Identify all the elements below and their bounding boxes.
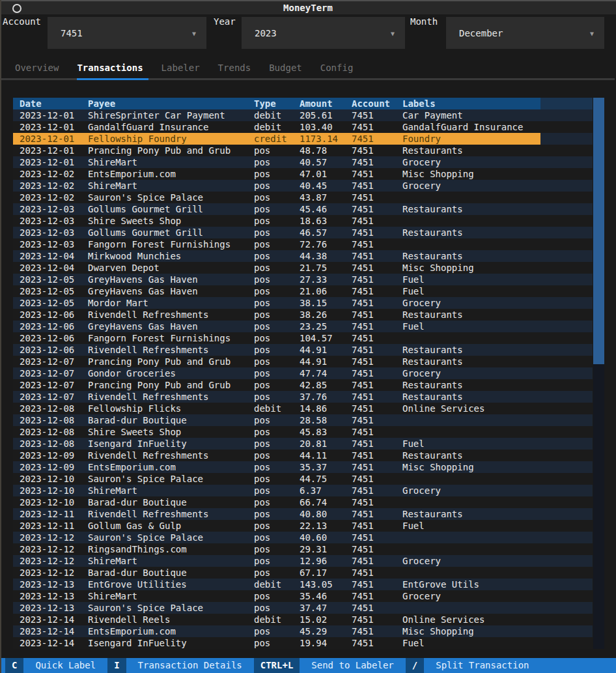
table-row[interactable]: 2023-12-07 Rivendell Refreshments pos 37… <box>13 391 593 403</box>
table-row[interactable]: 2023-12-08 Shire Sweets Shop pos 45.83 7… <box>13 426 593 438</box>
table-row[interactable]: 2023-12-03 Gollums Gourmet Grill pos 45.… <box>13 203 593 215</box>
table-scrollbar-thumb[interactable] <box>593 98 604 364</box>
tab-trends[interactable]: Trends <box>218 63 251 74</box>
tab-overview[interactable]: Overview <box>15 63 59 74</box>
cell-date: 2023-12-13 <box>13 590 88 602</box>
table-row[interactable]: 2023-12-13 Sauron's Spice Palace pos 37.… <box>13 602 593 614</box>
chevron-down-icon: ▼ <box>391 29 395 36</box>
cell-date: 2023-12-04 <box>13 262 88 274</box>
table-row[interactable]: 2023-12-08 Isengard InFuelity pos 20.81 … <box>13 438 593 450</box>
table-row[interactable]: 2023-12-01 ShireMart pos 40.57 7451 Groc… <box>13 156 593 168</box>
shortcut-key-quick-label[interactable]: C <box>5 658 23 673</box>
cell-payee: ShireMart <box>88 156 254 168</box>
table-row[interactable]: 2023-12-14 EntsEmporium.com pos 45.29 74… <box>13 625 593 637</box>
year-select-value: 2023 <box>242 28 277 38</box>
row-filler <box>540 414 593 426</box>
cell-type: pos <box>254 309 300 321</box>
year-select[interactable]: 2023 ▼ <box>242 17 405 49</box>
table-row[interactable]: 2023-12-13 ShireMart pos 35.46 7451 Groc… <box>13 590 593 602</box>
table-row[interactable]: 2023-12-02 ShireMart pos 40.45 7451 Groc… <box>13 180 593 192</box>
table-row[interactable]: 2023-12-10 Sauron's Spice Palace pos 44.… <box>13 473 593 485</box>
table-row[interactable]: 2023-12-11 Rivendell Refreshments pos 40… <box>13 508 593 520</box>
table-row[interactable]: 2023-12-07 Gondor Groceries pos 47.74 74… <box>13 367 593 379</box>
table-row[interactable]: 2023-12-07 Prancing Pony Pub and Grub po… <box>13 379 593 391</box>
cell-payee: Dwarven Depot <box>88 262 254 274</box>
table-row[interactable]: 2023-12-08 Fellowship Flicks debit 14.86… <box>13 403 593 414</box>
cell-type: pos <box>254 414 300 426</box>
table-row[interactable]: 2023-12-01 Prancing Pony Pub and Grub po… <box>13 145 593 156</box>
tab-labeler[interactable]: Labeler <box>161 63 200 74</box>
row-filler <box>540 274 593 285</box>
shortcut-key-transaction-details[interactable]: I <box>107 658 126 673</box>
tab-transactions[interactable]: Transactions <box>77 63 143 74</box>
table-row[interactable]: 2023-12-07 Prancing Pony Pub and Grub po… <box>13 356 593 367</box>
table-row[interactable]: 2023-12-11 Gollum Gas & Gulp pos 22.13 7… <box>13 520 593 532</box>
cell-payee: GreyHavens Gas Haven <box>88 321 254 332</box>
shortcut-key-split-transaction[interactable]: / <box>406 658 424 673</box>
table-row[interactable]: 2023-12-06 Fangorn Forest Furnishings po… <box>13 332 593 344</box>
account-select-value: 7451 <box>48 28 83 38</box>
shortcut-action-split-transaction[interactable]: Split Transaction <box>424 658 540 673</box>
shortcut-action-transaction-details[interactable]: Transaction Details <box>126 658 254 673</box>
shortcut-action-send-to-labeler[interactable]: Send to Labeler <box>300 658 405 673</box>
table-row[interactable]: 2023-12-01 GandalfGuard Insurance debit … <box>13 121 593 133</box>
transactions-table-body: 2023-12-01 ShireSprinter Car Payment deb… <box>13 109 593 649</box>
table-row[interactable]: 2023-12-09 Rivendell Refreshments pos 44… <box>13 450 593 461</box>
table-row[interactable]: 2023-12-06 Rivendell Refreshments pos 38… <box>13 309 593 321</box>
table-row[interactable]: 2023-12-12 ShireMart pos 12.96 7451 Groc… <box>13 555 593 567</box>
table-row[interactable]: 2023-12-01 ShireSprinter Car Payment deb… <box>13 109 593 121</box>
tab-config[interactable]: Config <box>320 63 354 74</box>
month-select[interactable]: December ▼ <box>446 17 604 49</box>
table-row[interactable]: 2023-12-12 RingsandThings.com pos 29.31 … <box>13 543 593 555</box>
table-row[interactable]: 2023-12-03 Fangorn Forest Furnishings po… <box>13 238 593 250</box>
table-row[interactable]: 2023-12-04 Dwarven Depot pos 21.75 7451 … <box>13 262 593 274</box>
cell-amount: 44.75 <box>300 473 352 485</box>
table-row[interactable]: 2023-12-05 Mordor Mart pos 38.15 7451 Gr… <box>13 297 593 309</box>
table-row[interactable]: 2023-12-09 EntsEmporium.com pos 35.37 74… <box>13 461 593 473</box>
table-row[interactable]: 2023-12-13 EntGrove Utilities debit 143.… <box>13 579 593 590</box>
table-row[interactable]: 2023-12-06 GreyHavens Gas Haven pos 23.2… <box>13 321 593 332</box>
shortcut-key-send-to-labeler[interactable]: CTRL+L <box>254 658 300 673</box>
table-row[interactable]: 2023-12-03 Shire Sweets Shop pos 18.63 7… <box>13 215 593 227</box>
cell-amount: 12.96 <box>300 555 352 567</box>
table-row[interactable]: 2023-12-14 Isengard InFuelity pos 19.94 … <box>13 637 593 649</box>
cell-type: pos <box>254 356 300 367</box>
shortcut-action-quick-label[interactable]: Quick Label <box>23 658 107 673</box>
table-row[interactable]: 2023-12-10 ShireMart pos 6.37 7451 Groce… <box>13 485 593 496</box>
cell-type: pos <box>254 379 300 391</box>
table-row[interactable]: 2023-12-10 Barad-dur Boutique pos 66.74 … <box>13 496 593 508</box>
table-scrollbar-track[interactable] <box>593 98 604 649</box>
table-row[interactable]: 2023-12-08 Barad-dur Boutique pos 28.58 … <box>13 414 593 426</box>
row-filler <box>540 215 593 227</box>
cell-labels: Restaurants <box>402 379 540 391</box>
cell-type: pos <box>254 145 300 156</box>
table-row[interactable]: 2023-12-12 Barad-dur Boutique pos 67.17 … <box>13 567 593 579</box>
table-row[interactable]: 2023-12-03 Gollums Gourmet Grill pos 46.… <box>13 227 593 238</box>
table-row[interactable]: 2023-12-05 GreyHavens Gas Haven pos 21.0… <box>13 285 593 297</box>
cell-date: 2023-12-10 <box>13 496 88 508</box>
cell-payee: Rivendell Refreshments <box>88 450 254 461</box>
table-row[interactable]: 2023-12-12 Sauron's Spice Palace pos 40.… <box>13 532 593 543</box>
cell-amount: 45.29 <box>300 625 352 637</box>
cell-payee: Gollum Gas & Gulp <box>88 520 254 532</box>
cell-amount: 35.46 <box>300 590 352 602</box>
tab-budget[interactable]: Budget <box>269 63 302 74</box>
table-row[interactable]: 2023-12-04 Mirkwood Munchies pos 44.38 7… <box>13 250 593 262</box>
cell-type: debit <box>254 121 300 133</box>
table-row[interactable]: 2023-12-02 EntsEmporium.com pos 47.01 74… <box>13 168 593 180</box>
cell-type: credit <box>254 133 300 145</box>
cell-labels: Misc Shopping <box>402 625 540 637</box>
table-row[interactable]: 2023-12-14 Rivendell Reels debit 15.02 7… <box>13 614 593 625</box>
cell-date: 2023-12-02 <box>13 180 88 192</box>
table-row[interactable]: 2023-12-02 Sauron's Spice Palace pos 43.… <box>13 192 593 203</box>
cell-account: 7451 <box>352 473 402 485</box>
row-filler <box>540 192 593 203</box>
account-select[interactable]: 7451 ▼ <box>48 17 206 49</box>
table-row[interactable]: 2023-12-01 Fellowship Foundry credit 117… <box>13 133 593 145</box>
table-row[interactable]: 2023-12-05 GreyHavens Gas Haven pos 27.3… <box>13 274 593 285</box>
tab-bar: Overview Transactions Labeler Trends Bud… <box>15 63 353 74</box>
table-row[interactable]: 2023-12-06 Rivendell Refreshments pos 44… <box>13 344 593 356</box>
cell-amount: 143.05 <box>300 579 352 590</box>
cell-date: 2023-12-08 <box>13 426 88 438</box>
cell-labels: Misc Shopping <box>402 262 540 274</box>
